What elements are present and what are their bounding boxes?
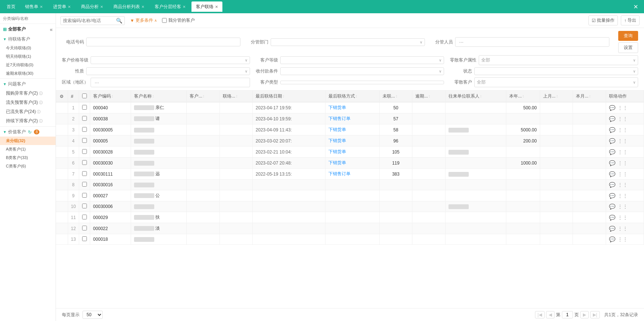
nav-tab-customer-segment[interactable]: 客户分层经客 ✕ [150, 1, 190, 12]
more-icon[interactable]: ⋮⋮ [617, 149, 628, 155]
more-icon[interactable]: ⋮⋮ [617, 226, 628, 232]
row-checkbox[interactable] [79, 113, 90, 124]
row-checkbox[interactable] [79, 147, 90, 158]
sidebar-item-overdue-waiting[interactable]: 逾期未联络(30) [0, 69, 56, 78]
filter-more-btn[interactable]: ▼ 更多条件 ∧ [128, 16, 159, 25]
export-btn[interactable]: ↑ 导出 [621, 15, 640, 25]
select-all-checkbox[interactable] [82, 94, 87, 98]
person-select[interactable]: ··· [455, 37, 609, 47]
last-way-link[interactable]: 下销售订单 [328, 116, 351, 121]
row-checkbox[interactable] [79, 234, 90, 245]
region-dots-icon[interactable]: ··· [93, 80, 101, 85]
row-checkbox[interactable] [79, 180, 90, 190]
more-icon[interactable]: ⋮⋮ [617, 127, 628, 133]
next-page-btn[interactable]: ▶ [580, 311, 589, 318]
region-select[interactable]: ··· [91, 78, 250, 87]
chat-icon[interactable]: 💬 [609, 236, 615, 242]
waiting-group-header[interactable]: ▼ 待联络客户 [0, 35, 56, 44]
retail-customer-select[interactable]: 全部 ∨ [474, 77, 638, 87]
nav-tab-customer-contact[interactable]: 客户联络 ✕ [191, 1, 222, 12]
last-way-link[interactable]: 下销货单 [328, 160, 346, 165]
gender-select[interactable]: ∨ [86, 67, 250, 75]
customer-level-select[interactable]: ∨ [280, 56, 444, 64]
close-purchase-tab-icon[interactable]: ✕ [68, 5, 71, 9]
more-icon[interactable]: ⋮⋮ [617, 215, 628, 221]
last-page-btn[interactable]: ▶| [590, 311, 600, 318]
my-customers-checkbox[interactable] [162, 18, 167, 23]
chat-icon[interactable]: 💬 [609, 204, 615, 209]
sidebar-item-churn-warning[interactable]: 流失预警客户(3) ⓘ [0, 98, 56, 107]
value-group-header[interactable]: ▼ 价值客户 ↻ 8 [0, 127, 56, 137]
sidebar-item-declining[interactable]: 持续下滑客户(2) ⓘ [0, 116, 56, 126]
status-select[interactable]: ∨ [474, 67, 638, 75]
more-icon[interactable]: ⋮⋮ [617, 182, 628, 188]
batch-ops-btn[interactable]: ☑ 批量操作 [588, 15, 618, 25]
sidebar-item-today-waiting[interactable]: 今天待联络(0) [0, 44, 56, 52]
close-customer-segment-tab-icon[interactable]: ✕ [183, 5, 186, 9]
payment-select[interactable]: ∨ [280, 67, 444, 75]
search-box[interactable]: 🔍 [60, 16, 125, 25]
query-button[interactable]: 查询 [618, 31, 638, 41]
customer-type-select[interactable] [280, 81, 444, 84]
chat-icon[interactable]: 💬 [609, 116, 615, 122]
problem-group-header[interactable]: ▼ 问题客户 [0, 80, 56, 89]
sidebar-search-input[interactable] [3, 16, 54, 21]
nav-tab-product-list[interactable]: 商品分析列表 ✕ [109, 1, 149, 12]
last-way-link[interactable]: 下销货单 [328, 127, 346, 132]
chat-icon[interactable]: 💬 [609, 160, 615, 166]
chat-icon[interactable]: 💬 [609, 105, 615, 111]
more-icon[interactable]: ⋮⋮ [617, 138, 628, 144]
more-icon[interactable]: ⋮⋮ [617, 105, 628, 111]
home-tab[interactable]: 首页 [3, 4, 19, 10]
dept-select[interactable]: ∨ [271, 38, 425, 46]
row-checkbox[interactable] [79, 135, 90, 147]
nav-tab-purchase[interactable]: 进货单 ✕ [49, 1, 75, 12]
price-level-select[interactable]: ∨ [91, 56, 250, 64]
more-icon[interactable]: ⋮⋮ [617, 160, 628, 166]
first-page-btn[interactable]: |◀ [535, 311, 545, 318]
prev-page-btn[interactable]: ◀ [546, 311, 555, 318]
all-customers-header[interactable]: ⊞ 全部客户 « [0, 24, 56, 35]
last-way-link[interactable]: 下销货单 [328, 138, 346, 143]
value-refresh-icon[interactable]: ↻ [28, 130, 32, 135]
row-checkbox[interactable] [79, 158, 90, 169]
row-checkbox[interactable] [79, 124, 90, 135]
my-customers-checkbox-area[interactable]: 我分管的客户 [162, 17, 195, 24]
chat-icon[interactable]: 💬 [609, 171, 615, 177]
close-product-list-tab-icon[interactable]: ✕ [141, 5, 144, 9]
chat-icon[interactable]: 💬 [609, 193, 615, 199]
more-icon[interactable]: ⋮⋮ [617, 204, 628, 209]
more-icon[interactable]: ⋮⋮ [617, 236, 628, 242]
more-icon[interactable]: ⋮⋮ [617, 171, 628, 177]
sidebar-item-unassigned[interactable]: 未分组(32) [0, 137, 56, 145]
close-product-analysis-tab-icon[interactable]: ✕ [100, 5, 103, 9]
settings-col-header[interactable]: ⚙ [56, 91, 68, 102]
row-checkbox[interactable] [79, 169, 90, 180]
row-checkbox[interactable] [79, 212, 90, 223]
sidebar-item-7days-waiting[interactable]: 近7天待联络(0) [0, 61, 56, 69]
chat-icon[interactable]: 💬 [609, 226, 615, 232]
chat-icon[interactable]: 💬 [609, 138, 615, 144]
collapse-sidebar-icon[interactable]: « [50, 27, 53, 32]
sidebar-item-class-b[interactable]: B类客户(33) [0, 154, 56, 162]
last-way-link[interactable]: 下销售订单 [328, 171, 351, 176]
reset-button[interactable]: 设置 [618, 42, 638, 53]
person-dots-icon[interactable]: ··· [458, 39, 465, 45]
search-input[interactable] [63, 18, 115, 23]
close-sales-tab-icon[interactable]: ✕ [40, 5, 43, 9]
sidebar-item-abnormal[interactable]: 囤购异常客户(2) ⓘ [0, 89, 56, 98]
sidebar-search-box[interactable]: 🔍 [0, 13, 56, 24]
chat-icon[interactable]: 💬 [609, 149, 615, 155]
row-checkbox[interactable] [79, 190, 90, 201]
chat-icon[interactable]: 💬 [609, 182, 615, 188]
sidebar-item-tomorrow-waiting[interactable]: 明天待联络(1) [0, 52, 56, 61]
last-way-link[interactable]: 下销货单 [328, 149, 346, 154]
phone-input[interactable] [86, 38, 240, 46]
retail-attr-select[interactable]: 全部 ∨ [479, 55, 638, 65]
search-icon[interactable]: 🔍 [116, 18, 122, 24]
more-icon[interactable]: ⋮⋮ [617, 116, 628, 122]
nav-tab-product-analysis[interactable]: 商品分析 ✕ [77, 1, 108, 12]
row-checkbox[interactable] [79, 102, 90, 113]
close-customer-contact-tab-icon[interactable]: ✕ [215, 5, 218, 9]
nav-tab-sales[interactable]: 销售单 ✕ [21, 1, 47, 12]
